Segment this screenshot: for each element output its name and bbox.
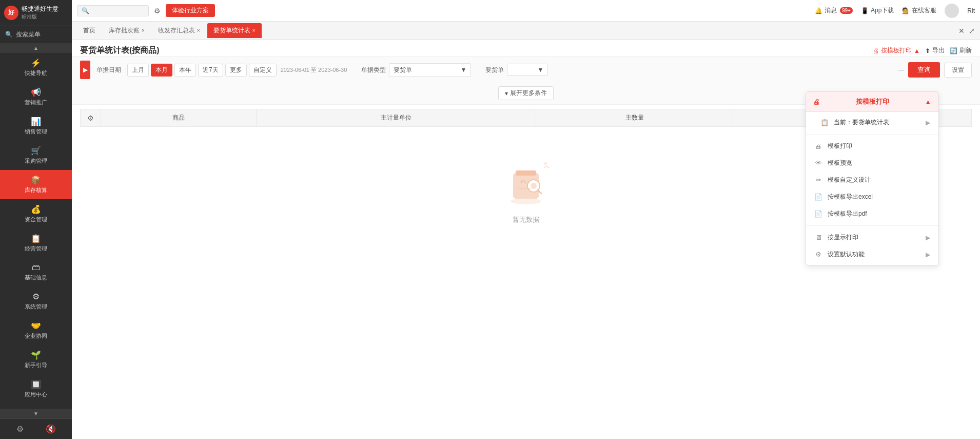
sidebar-item-wechat[interactable]: 💬 企业微信 xyxy=(0,404,72,409)
svg-rect-2 xyxy=(516,170,536,176)
filter-toggle-btn[interactable]: ▶ xyxy=(80,61,90,79)
topbar-gear-icon[interactable]: ⚙ xyxy=(154,7,161,15)
tabs-right: ✕ ⤢ xyxy=(958,27,975,35)
topbar-search[interactable]: 🔍 xyxy=(77,5,149,16)
template-preview-item-icon: 👁 xyxy=(814,159,822,167)
dropdown-item-template-print[interactable]: 🖨 模板打印 xyxy=(806,138,938,155)
date-btn-this-year[interactable]: 本年 xyxy=(174,64,196,77)
set-default-icon: ⚙ xyxy=(814,251,822,258)
date-btn-this-month[interactable]: 本月 xyxy=(151,64,172,77)
template-custom-item-icon: ✏ xyxy=(814,176,822,184)
more-dots[interactable]: ··· xyxy=(898,66,904,74)
tab-home[interactable]: 首页 xyxy=(77,23,102,38)
dropdown-chevron-up[interactable]: ▲ xyxy=(925,98,931,106)
date-btn-7days[interactable]: 近7天 xyxy=(198,64,223,77)
search-menu-item[interactable]: 🔍 搜索菜单 xyxy=(0,26,72,43)
notification-action[interactable]: 🔔 消息 99+ xyxy=(815,6,853,15)
topbar-right: 🔔 消息 99+ 📱 App下载 💁 在线客服 Rit xyxy=(815,4,975,18)
sidebar-item-label: 应用中心 xyxy=(25,391,47,398)
sidebar-item-collab[interactable]: 🤝 企业协同 xyxy=(0,316,72,345)
finance-icon: 💰 xyxy=(31,204,41,214)
sidebar-item-appstore[interactable]: 🔲 应用中心 xyxy=(0,374,72,404)
sidebar-item-basic[interactable]: 🗃 基础信息 xyxy=(0,258,72,287)
order-summary-tab-label: 要货单统计表 xyxy=(213,26,250,35)
mute-icon[interactable]: 🔇 xyxy=(46,424,56,434)
query-button[interactable]: 查询 xyxy=(908,62,940,78)
system-icon: ⚙ xyxy=(32,292,40,301)
sidebar-item-label: 营销推广 xyxy=(25,99,47,106)
main-content: 🔍 ⚙ 体验行业方案 🔔 消息 99+ 📱 App下载 💁 在线客服 Rit xyxy=(72,0,980,439)
sidebar-item-quick-nav[interactable]: ⚡ 快捷导航 xyxy=(0,53,72,82)
sidebar-item-label: 新手引导 xyxy=(25,361,47,369)
dropdown-current-item[interactable]: 📋 当前：要货单统计表 ▶ xyxy=(806,114,938,131)
dropdown-item-template-custom[interactable]: ✏ 模板自定义设计 xyxy=(806,171,938,188)
sidebar-item-guide[interactable]: 🌱 新手引导 xyxy=(0,345,72,374)
settings-icon[interactable]: ⚙ xyxy=(16,424,24,434)
sidebar-scroll-up[interactable]: ▲ xyxy=(0,43,72,53)
search-menu-label: 搜索菜单 xyxy=(16,30,41,39)
notification-label: 消息 xyxy=(825,6,837,15)
dropdown-item-set-default[interactable]: ⚙ 设置默认功能 ▶ xyxy=(806,246,938,263)
service-icon: 💁 xyxy=(902,7,910,14)
select-chevron-icon: ▼ xyxy=(460,66,466,73)
current-template-icon: 📋 xyxy=(820,119,829,126)
dropdown-item-display-print[interactable]: 🖥 按显示打印 ▶ xyxy=(806,229,938,246)
export-excel-item-label: 按模板导出excel xyxy=(828,193,873,201)
req-goods-label: 要货单 xyxy=(394,66,412,74)
sidebar-scroll-down[interactable]: ▼ xyxy=(0,409,72,418)
date-btn-more[interactable]: 更多 xyxy=(225,64,247,77)
refresh-button[interactable]: 🔄 刷新 xyxy=(950,46,972,55)
dropdown-arrow-icon: ▶ xyxy=(926,119,930,126)
avatar[interactable] xyxy=(945,4,959,18)
user-name[interactable]: Rit xyxy=(967,7,975,14)
sidebar-item-operation[interactable]: 📋 经营管理 xyxy=(0,228,72,258)
req-goods-select[interactable]: ▼ xyxy=(507,64,548,76)
template-print-button[interactable]: 🖨 按模板打印 ▲ xyxy=(873,46,920,55)
date-btn-last-month[interactable]: 上月 xyxy=(127,64,149,77)
sidebar-item-finance[interactable]: 💰 资金管理 xyxy=(0,199,72,228)
app-download-action[interactable]: 📱 App下载 xyxy=(861,6,894,15)
expand-filter-button[interactable]: ▾ 展开更多条件 xyxy=(498,86,554,100)
export-pdf-item-label: 按模板导出pdf xyxy=(828,209,867,218)
sidebar-item-purchase[interactable]: 🛒 采购管理 xyxy=(0,141,72,170)
col-settings[interactable]: ⚙ xyxy=(81,109,101,127)
sidebar-logo: 好 畅捷通好生意 标准版 xyxy=(0,0,72,26)
table-settings-icon[interactable]: ⚙ xyxy=(87,114,94,122)
display-print-icon: 🖥 xyxy=(814,234,822,241)
sidebar-item-system[interactable]: ⚙ 系统管理 xyxy=(0,287,72,316)
collab-icon: 🤝 xyxy=(31,321,41,331)
settings-button[interactable]: 设置 xyxy=(944,63,972,78)
sidebar-item-label: 资金管理 xyxy=(25,216,47,223)
sidebar-item-marketing[interactable]: 📢 营销推广 xyxy=(0,82,72,111)
tab-close-all-icon[interactable]: ✕ xyxy=(958,27,965,35)
sidebar-item-sales[interactable]: 📊 销售管理 xyxy=(0,111,72,141)
online-service-action[interactable]: 💁 在线客服 xyxy=(902,6,936,15)
operation-icon: 📋 xyxy=(31,234,41,243)
req-goods-filter-label: 要货单 xyxy=(485,66,504,74)
sidebar-item-inventory[interactable]: 📦 库存核算 xyxy=(0,170,72,199)
sidebar-item-label: 基础信息 xyxy=(25,274,47,281)
refresh-label: 刷新 xyxy=(959,46,972,55)
date-btn-custom[interactable]: 自定义 xyxy=(249,64,277,77)
sidebar-bottom: ⚙ 🔇 xyxy=(0,418,72,439)
tab-close-inventory-batch[interactable]: × xyxy=(142,28,145,33)
app-download-label: App下载 xyxy=(871,6,894,15)
dropdown-item-export-pdf[interactable]: 📄 按模板导出pdf xyxy=(806,205,938,222)
quick-nav-icon: ⚡ xyxy=(31,58,41,68)
dropdown-item-export-excel[interactable]: 📄 按模板导出excel xyxy=(806,188,938,205)
template-print-item-label: 模板打印 xyxy=(828,142,852,150)
dropdown-item-template-preview[interactable]: 👁 模板预览 xyxy=(806,155,938,171)
tab-receivable-summary[interactable]: 收发存汇总表 × xyxy=(152,23,206,38)
tab-close-order-summary[interactable]: × xyxy=(252,28,256,33)
display-print-label: 按显示打印 xyxy=(828,233,858,242)
trial-button[interactable]: 体验行业方案 xyxy=(166,4,215,17)
tab-expand-icon[interactable]: ⤢ xyxy=(969,27,975,35)
order-type-select[interactable]: 要货单 ▼ xyxy=(389,63,471,77)
tab-close-receivable-summary[interactable]: × xyxy=(197,28,200,33)
display-print-arrow: ▶ xyxy=(926,234,930,241)
tab-order-summary[interactable]: 要货单统计表 × xyxy=(207,23,262,38)
export-button[interactable]: ⬆ 导出 xyxy=(925,46,945,55)
tab-inventory-batch[interactable]: 库存批次账 × xyxy=(103,23,151,38)
guide-icon: 🌱 xyxy=(31,350,41,360)
filter-row-main: ▶ 单据日期 上月 本月 本年 近7天 更多 自定义 2023-06-01 至 … xyxy=(80,61,972,79)
